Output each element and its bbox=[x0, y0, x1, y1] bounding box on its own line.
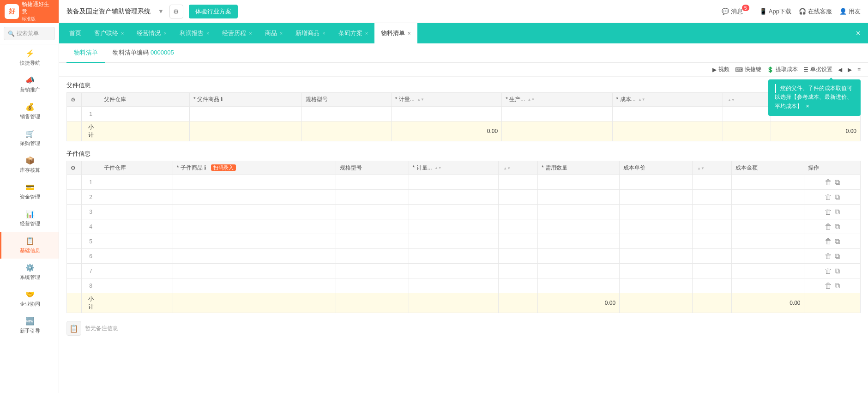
trial-button[interactable]: 体验行业方案 bbox=[189, 5, 238, 18]
sidebar-item-finance[interactable]: 💳 资金管理 bbox=[0, 178, 59, 205]
child-unit-cost-5[interactable] bbox=[620, 234, 693, 249]
tab-barcode-close[interactable]: × bbox=[365, 30, 368, 36]
nav-prev-button[interactable]: ◀ bbox=[838, 67, 842, 73]
online-service-button[interactable]: 🎧 在线客服 bbox=[799, 7, 832, 16]
child-goods-2[interactable] bbox=[173, 190, 336, 205]
child-unit-cost-4[interactable] bbox=[620, 219, 693, 234]
child-unit-2[interactable] bbox=[409, 190, 499, 205]
message-button[interactable]: 💬 消息 5 bbox=[722, 7, 752, 16]
sidebar-item-inventory[interactable]: 📦 库存核算 bbox=[0, 151, 59, 178]
parent-goods-1[interactable] bbox=[190, 107, 302, 121]
sidebar-item-marketing[interactable]: 📣 营销推广 bbox=[0, 71, 59, 98]
copy-icon-8[interactable]: ⧉ bbox=[835, 282, 840, 290]
delete-icon-6[interactable]: 🗑 bbox=[825, 252, 832, 260]
child-unit-7[interactable] bbox=[409, 264, 499, 278]
sidebar-item-purchase[interactable]: 🛒 采购管理 bbox=[0, 125, 59, 151]
child-unit-3[interactable] bbox=[409, 205, 499, 219]
child-spec-5[interactable] bbox=[336, 234, 409, 249]
child-goods-7[interactable] bbox=[173, 264, 336, 278]
search-menu-button[interactable]: 🔍 搜索菜单 bbox=[4, 27, 55, 40]
child-quantity-6[interactable] bbox=[537, 249, 619, 264]
parent-col-settings[interactable]: ⚙ bbox=[67, 93, 82, 107]
parent-unit-1[interactable] bbox=[391, 107, 501, 121]
copy-icon-4[interactable]: ⧉ bbox=[835, 223, 840, 231]
sidebar-item-guide[interactable]: 🆕 新手引导 bbox=[0, 312, 59, 339]
notes-icon[interactable]: 📋 bbox=[66, 321, 81, 336]
shortcut-button[interactable]: ⌨ 快捷键 bbox=[735, 66, 761, 73]
sidebar-item-basic-info[interactable]: 📋 基础信息 bbox=[0, 232, 59, 259]
parent-cost-1[interactable] bbox=[612, 107, 723, 121]
child-unit-cost-8[interactable] bbox=[620, 278, 693, 293]
copy-icon-3[interactable]: ⧉ bbox=[835, 208, 840, 216]
sidebar-item-system[interactable]: ⚙️ 系统管理 bbox=[0, 259, 59, 285]
child-unit-5[interactable] bbox=[409, 234, 499, 249]
child-warehouse-6[interactable] bbox=[100, 249, 173, 264]
child-unit-cost-2[interactable] bbox=[620, 190, 693, 205]
child-spec-8[interactable] bbox=[336, 278, 409, 293]
child-warehouse-8[interactable] bbox=[100, 278, 173, 293]
delete-icon-4[interactable]: 🗑 bbox=[825, 223, 832, 231]
child-quantity-4[interactable] bbox=[537, 219, 619, 234]
child-warehouse-4[interactable] bbox=[100, 219, 173, 234]
child-unit-cost-6[interactable] bbox=[620, 249, 693, 264]
copy-icon-2[interactable]: ⧉ bbox=[835, 193, 840, 201]
child-quantity-2[interactable] bbox=[537, 190, 619, 205]
tab-customer[interactable]: 客户联络 × bbox=[88, 23, 130, 43]
tooltip-close-button[interactable]: × bbox=[806, 103, 809, 109]
child-quantity-1[interactable] bbox=[537, 175, 619, 190]
single-settings-button[interactable]: ☰ 单据设置 bbox=[803, 66, 832, 73]
parent-warehouse-1[interactable] bbox=[100, 107, 190, 121]
tab-barcode[interactable]: 条码方案 × bbox=[332, 23, 374, 43]
tab-goods-close[interactable]: × bbox=[280, 30, 283, 36]
child-goods-6[interactable] bbox=[173, 249, 336, 264]
sidebar-item-quick-nav[interactable]: ⚡ 快捷导航 bbox=[0, 44, 59, 71]
extract-cost-button[interactable]: 💲 提取成本 bbox=[767, 66, 798, 73]
child-spec-7[interactable] bbox=[336, 264, 409, 278]
child-spec-6[interactable] bbox=[336, 249, 409, 264]
child-unit-8[interactable] bbox=[409, 278, 499, 293]
child-warehouse-5[interactable] bbox=[100, 234, 173, 249]
child-warehouse-7[interactable] bbox=[100, 264, 173, 278]
grid-view-button[interactable]: ≡ bbox=[857, 67, 861, 73]
child-warehouse-2[interactable] bbox=[100, 190, 173, 205]
child-spec-3[interactable] bbox=[336, 205, 409, 219]
child-warehouse-3[interactable] bbox=[100, 205, 173, 219]
child-unit-6[interactable] bbox=[409, 249, 499, 264]
parent-spec-1[interactable] bbox=[301, 107, 391, 121]
child-unit-cost-3[interactable] bbox=[620, 205, 693, 219]
scan-badge[interactable]: 扫码录入 bbox=[211, 164, 236, 171]
child-col-settings[interactable]: ⚙ bbox=[67, 161, 82, 175]
child-quantity-5[interactable] bbox=[537, 234, 619, 249]
sub-tab-bom-code[interactable]: 物料清单编码 0000005 bbox=[105, 43, 181, 63]
tab-add-goods-close[interactable]: × bbox=[322, 30, 325, 36]
child-unit-cost-1[interactable] bbox=[620, 175, 693, 190]
child-goods-8[interactable] bbox=[173, 278, 336, 293]
sidebar-item-operations[interactable]: 📊 经营管理 bbox=[0, 205, 59, 232]
copy-icon-5[interactable]: ⧉ bbox=[835, 237, 840, 246]
copy-icon-6[interactable]: ⧉ bbox=[835, 252, 840, 260]
tab-operations-history-close[interactable]: × bbox=[249, 30, 252, 36]
delete-icon-1[interactable]: 🗑 bbox=[825, 178, 832, 187]
tab-customer-close[interactable]: × bbox=[121, 30, 124, 36]
child-quantity-8[interactable] bbox=[537, 278, 619, 293]
child-quantity-7[interactable] bbox=[537, 264, 619, 278]
child-unit-1[interactable] bbox=[409, 175, 499, 190]
sidebar-item-sales[interactable]: 💰 销售管理 bbox=[0, 98, 59, 125]
tab-bom[interactable]: 物料清单 × bbox=[374, 23, 417, 43]
child-spec-1[interactable] bbox=[336, 175, 409, 190]
child-warehouse-1[interactable] bbox=[100, 175, 173, 190]
nav-next-button[interactable]: ▶ bbox=[848, 67, 852, 73]
parent-production-1[interactable] bbox=[502, 107, 612, 121]
tab-operations-status[interactable]: 经营情况 × bbox=[130, 23, 173, 43]
child-goods-4[interactable] bbox=[173, 219, 336, 234]
view-video-button[interactable]: ▶ 视频 bbox=[712, 66, 729, 73]
copy-icon-1[interactable]: ⧉ bbox=[835, 178, 840, 187]
tab-home[interactable]: 首页 bbox=[63, 23, 88, 43]
tab-profit-report-close[interactable]: × bbox=[206, 30, 209, 36]
close-all-button[interactable]: × bbox=[852, 29, 864, 38]
delete-icon-7[interactable]: 🗑 bbox=[825, 267, 832, 275]
child-goods-1[interactable] bbox=[173, 175, 336, 190]
delete-icon-3[interactable]: 🗑 bbox=[825, 208, 832, 216]
child-goods-5[interactable] bbox=[173, 234, 336, 249]
tab-operations-history[interactable]: 经营历程 × bbox=[216, 23, 258, 43]
